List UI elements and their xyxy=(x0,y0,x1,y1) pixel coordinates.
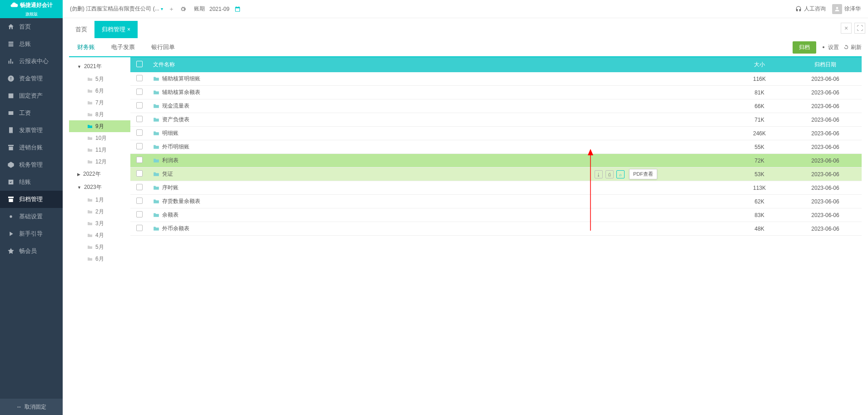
tree-month[interactable]: 8月 xyxy=(69,109,130,120)
nav-report[interactable]: 云报表中心 xyxy=(0,53,63,70)
cell-date: 2023-06-06 xyxy=(789,140,862,154)
table-row[interactable]: 序时账 113K 2023-06-06 xyxy=(130,181,862,195)
row-checkbox[interactable] xyxy=(136,198,143,204)
tree-month[interactable]: 3月 xyxy=(69,217,130,229)
nav-stock[interactable]: 进销台账 xyxy=(0,139,63,156)
cell-name: 利润表 xyxy=(149,154,730,168)
caret-icon: ▼ xyxy=(77,185,81,190)
tree-month[interactable]: 2月 xyxy=(69,206,130,217)
table-row[interactable]: 明细账 246K 2023-06-06 xyxy=(130,127,862,140)
table-row[interactable]: 余额表 83K 2023-06-06 xyxy=(130,208,862,222)
folder-icon xyxy=(153,117,159,122)
settings-icon[interactable] xyxy=(179,5,187,13)
table-row[interactable]: 凭证 ⭳ ⎙ ⌕ PDF查看 53K 2023-06-06 xyxy=(130,168,862,181)
logo[interactable]: 畅捷通好会计 旗舰版 xyxy=(0,0,63,18)
subtab-bar: 财务账 电子发票 银行回单 归档 设置 刷新 xyxy=(69,38,862,57)
add-button[interactable]: ＋ xyxy=(168,5,175,13)
topbar: (勿删) 江西服宝精品有限责任公司 (... ▾ ＋ 账期 2021-09 人工… xyxy=(63,0,868,18)
nav-guide[interactable]: 新手引导 xyxy=(0,225,63,242)
tree-month[interactable]: 1月 xyxy=(69,194,130,206)
asset-icon xyxy=(7,92,15,99)
cell-size: 53K xyxy=(730,168,789,181)
settings-link[interactable]: 设置 xyxy=(821,44,839,51)
table-row[interactable]: 外币明细账 55K 2023-06-06 xyxy=(130,140,862,154)
nav-member[interactable]: 畅会员 xyxy=(0,242,63,260)
row-checkbox[interactable] xyxy=(136,129,143,136)
table-row[interactable]: 利润表 72K 2023-06-06 xyxy=(130,154,862,168)
row-checkbox[interactable] xyxy=(136,184,143,190)
tree-month[interactable]: 5月 xyxy=(69,73,130,85)
tree-month[interactable]: 4月 xyxy=(69,229,130,241)
tree-year[interactable]: ▼2023年 xyxy=(69,181,130,194)
tree-month[interactable]: 7月 xyxy=(69,97,130,109)
tree-year[interactable]: ▶2022年 xyxy=(69,168,130,181)
subtab-finance[interactable]: 财务账 xyxy=(69,38,103,57)
tree-month[interactable]: 9月 xyxy=(69,120,130,132)
cell-size: 116K xyxy=(730,72,789,86)
table-row[interactable]: 资产负债表 71K 2023-06-06 xyxy=(130,113,862,127)
nav-ledger[interactable]: 总账 xyxy=(0,35,63,53)
tab-archive[interactable]: 归档管理× xyxy=(94,21,138,38)
row-checkbox[interactable] xyxy=(136,225,143,231)
fund-icon xyxy=(7,75,15,82)
pdf-icon[interactable]: ⎙ xyxy=(605,170,614,178)
close-tab-icon[interactable]: × xyxy=(127,26,130,33)
row-checkbox[interactable] xyxy=(136,89,143,95)
sidebar: 畅捷通好会计 旗舰版 首页总账云报表中心资金管理固定资产工资发票管理进销台账税务… xyxy=(0,0,63,415)
nav-salary[interactable]: 工资 xyxy=(0,104,63,122)
cell-name: 存货数量余额表 xyxy=(149,195,730,208)
row-checkbox[interactable] xyxy=(136,211,143,217)
row-checkbox[interactable] xyxy=(136,75,143,81)
cell-name: 余额表 xyxy=(149,208,730,222)
close-button[interactable]: × xyxy=(841,23,852,34)
nav-closing[interactable]: 结账 xyxy=(0,173,63,191)
nav-invoice[interactable]: 发票管理 xyxy=(0,122,63,139)
calendar-icon[interactable] xyxy=(234,5,241,13)
table-row[interactable]: 存货数量余额表 62K 2023-06-06 xyxy=(130,195,862,208)
archive-button[interactable]: 归档 xyxy=(793,41,816,54)
fullscreen-button[interactable]: ⛶ xyxy=(854,23,865,34)
table-row[interactable]: 外币余额表 48K 2023-06-06 xyxy=(130,222,862,236)
tree-month[interactable]: 6月 xyxy=(69,85,130,97)
nav-asset[interactable]: 固定资产 xyxy=(0,87,63,104)
consult-link[interactable]: 人工咨询 xyxy=(795,5,826,13)
guide-icon xyxy=(7,230,15,237)
cell-name: 外币余额表 xyxy=(149,222,730,236)
nav-settings[interactable]: 基础设置 xyxy=(0,208,63,225)
cell-name: 辅助核算余额表 xyxy=(149,86,730,99)
subtab-bankslip[interactable]: 银行回单 xyxy=(143,38,183,57)
avatar-icon xyxy=(832,4,842,14)
company-selector[interactable]: (勿删) 江西服宝精品有限责任公司 (... ▾ xyxy=(70,5,163,13)
nav-home[interactable]: 首页 xyxy=(0,18,63,35)
period-value[interactable]: 2021-09 xyxy=(209,6,229,12)
table-row[interactable]: 辅助核算余额表 81K 2023-06-06 xyxy=(130,86,862,99)
user-menu[interactable]: 徐泽华 xyxy=(832,4,861,14)
row-checkbox[interactable] xyxy=(136,143,143,149)
nav-tax[interactable]: 税务管理 xyxy=(0,156,63,173)
pin-toggle[interactable]: ↔ 取消固定 xyxy=(0,399,63,415)
cell-size: 81K xyxy=(730,86,789,99)
tree-month[interactable]: 6月 xyxy=(69,253,130,265)
pin-label: 取消固定 xyxy=(25,403,46,411)
row-checkbox[interactable] xyxy=(136,157,143,163)
tree-month[interactable]: 12月 xyxy=(69,156,130,168)
folder-icon xyxy=(153,158,159,163)
refresh-link[interactable]: 刷新 xyxy=(843,44,862,51)
nav-fund[interactable]: 资金管理 xyxy=(0,70,63,87)
cell-name: 凭证 ⭳ ⎙ ⌕ PDF查看 xyxy=(149,168,730,181)
row-checkbox[interactable] xyxy=(136,102,143,109)
row-checkbox[interactable] xyxy=(136,116,143,122)
tab-home[interactable]: 首页 xyxy=(68,21,94,38)
select-all-checkbox[interactable] xyxy=(136,61,143,67)
download-icon[interactable]: ⭳ xyxy=(595,170,603,178)
view-pdf-icon[interactable]: ⌕ xyxy=(616,170,625,178)
table-row[interactable]: 辅助核算明细账 116K 2023-06-06 xyxy=(130,72,862,86)
tree-month[interactable]: 10月 xyxy=(69,132,130,144)
table-row[interactable]: 现金流量表 66K 2023-06-06 xyxy=(130,99,862,113)
tree-year[interactable]: ▼2021年 xyxy=(69,60,130,73)
nav-archive[interactable]: 归档管理 xyxy=(0,191,63,208)
subtab-einvoice[interactable]: 电子发票 xyxy=(103,38,143,57)
tree-month[interactable]: 11月 xyxy=(69,144,130,156)
row-checkbox[interactable] xyxy=(136,170,143,177)
tree-month[interactable]: 5月 xyxy=(69,241,130,253)
